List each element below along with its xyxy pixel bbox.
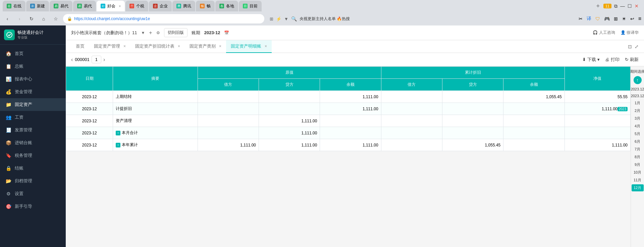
sidebar-item-payroll[interactable]: 👥工资 [0,111,66,124]
sidebar-item-tax[interactable]: 🔖税务管理 [0,149,66,162]
page-tab-fixed-asset-detail[interactable]: 固定资产明细账× [226,40,272,53]
home-button[interactable]: ⌂ [39,14,48,23]
page-tab-close-fixed-asset-mgmt[interactable]: × [123,44,126,49]
sidebar-subtitle: 专业版 [17,35,44,40]
window-minimize[interactable]: — [620,3,625,9]
col-orig-credit: 贷方 [259,79,320,91]
window-close[interactable]: ✕ [635,3,639,9]
period-item-6[interactable]: 5月 [633,130,642,137]
period-item-4[interactable]: 3月 [633,115,642,122]
sidebar-item-purchase-sales[interactable]: 📦进销台账 [0,136,66,149]
new-tab-button[interactable]: + [593,1,603,11]
forward-button[interactable]: › [15,14,24,23]
back-history-icon[interactable]: ↩ [630,16,634,21]
refresh-button[interactable]: ↻ 刷新 [625,57,639,63]
tab-fullscreen-exit[interactable]: ⊡ [628,44,632,49]
period-item-2[interactable]: 1月 [633,100,642,107]
sidebar-item-guide[interactable]: 🎯新手引导 [0,200,66,213]
menu-icon[interactable]: ≡ [638,16,641,22]
page-tab-close-fixed-asset-depr-stat[interactable]: × [178,44,180,49]
address-extra-icon1[interactable]: ⊞ [270,16,273,21]
period-item-0[interactable]: 2023.12 [630,86,644,92]
add-icon[interactable]: + [149,30,152,36]
page-tab-fixed-asset-mgmt[interactable]: 固定资产管理× [89,40,130,53]
page-tab-close-fixed-asset-detail[interactable]: × [265,44,267,49]
back-button[interactable]: ‹ [3,14,12,23]
period-item-12[interactable]: 11月 [632,177,643,184]
table-cell: 2023-12 [66,91,113,103]
period-item-11[interactable]: 10月 [632,169,643,176]
account-dropdown[interactable]: ▼ [141,30,145,35]
tab-close-haohao[interactable]: × [119,4,121,8]
sidebar-item-ledger[interactable]: 📋总账 [0,60,66,73]
address-extra-icon2[interactable]: ⚡ [276,16,281,21]
period-item-7[interactable]: 6月 [633,138,642,145]
browser-window-controls: 11 ⧉ — ☐ ✕ [603,3,641,9]
sidebar-item-settings[interactable]: ⚙设置 [0,187,66,200]
next-page-button[interactable]: › [103,57,105,63]
page-tab-fixed-asset-category[interactable]: 固定资产类别× [185,40,226,53]
translate-icon[interactable]: 译 [587,16,591,22]
download-button[interactable]: ⬇ 下载 ▾ [582,57,600,63]
browser-tab-mubiao[interactable]: 目目前 [239,1,262,11]
print-button[interactable]: 🖨 打印 [605,57,620,63]
address-dropdown[interactable]: ▼ [284,16,288,21]
bookmark-button[interactable]: ☆ [51,14,60,23]
window-maximize[interactable]: ☐ [628,3,632,9]
table-cell [198,127,259,139]
sidebar-item-funds[interactable]: 💰资金管理 [0,85,66,98]
prev-page-button[interactable]: ‹ [71,57,73,63]
period-item-9[interactable]: 8月 [633,153,642,161]
period-item-5[interactable]: 4月 [633,123,642,130]
scissors-icon[interactable]: ✂ [579,16,583,21]
refresh-button[interactable]: ↻ [27,14,36,23]
search-text[interactable]: 央视更新主持人名单 🔥热搜 [300,16,350,22]
tab-favicon-qiye: 企 [153,4,158,8]
page-tab-fixed-asset-depr-stat[interactable]: 固定资产折旧统计表× [130,40,185,53]
sidebar-item-archive[interactable]: 📂归档管理 [0,175,66,187]
sidebar-item-invoice[interactable]: 🧾发票管理 [0,124,66,136]
period-item-13[interactable]: 12月 [632,184,644,191]
page-tab-close-fixed-asset-category[interactable]: × [219,44,221,49]
table-cell [259,91,320,103]
customer-service[interactable]: 🎧 人工咨询 [593,30,615,36]
user-avatar[interactable]: 👤 徐译华 [621,30,639,36]
browser-tab-yidai2[interactable]: 易易代 [73,1,96,11]
browser-tab-gedi[interactable]: 各各地 [215,1,238,11]
sidebar-item-reports[interactable]: 📊报表中心 [0,73,66,85]
extension-icon2[interactable]: 🎮 [604,16,610,21]
settings-icon[interactable]: ⚙ [156,30,160,35]
browser-tab-geshui[interactable]: 个个税 [125,1,148,11]
window-restore[interactable]: ⧉ [614,3,618,9]
sidebar-item-fixed-assets[interactable]: 📁固定资产 [0,98,66,111]
address-input[interactable]: 🔒 https://cloud.chanjet.com/accounting/u… [63,14,264,23]
browser-tab-xin[interactable]: 新新建 [26,1,49,11]
page-tab-home[interactable]: 首页 [71,40,89,53]
scroll-up-button[interactable]: ↑ [634,76,642,84]
period-item-3[interactable]: 2月 [633,107,642,114]
browser-tab-yidai1[interactable]: 易易代 [50,1,72,11]
browser-tab-zaixian[interactable]: 在在线 [3,1,25,11]
period-item-10[interactable]: 9月 [633,161,642,168]
switch-version-button[interactable]: 切到旧版 [164,28,187,37]
browser-tab-chang[interactable]: 畅畅 [196,1,215,11]
sidebar-item-home[interactable]: 🏠首页 [0,47,66,60]
nav-label-purchase-sales: 进销台账 [15,140,32,146]
nav-label-ledger: 总账 [15,63,23,69]
browser-tab-qiye[interactable]: 企企业 [149,1,172,11]
browser-tab-haohao[interactable]: 好好会× [97,1,125,11]
browser-tab-tengxun[interactable]: 腾腾讯 [172,1,195,11]
table-cell [381,115,442,127]
main-content: 刘小艳演示账套（勿删勿动！）11 ▼ + ⚙ 切到旧版 账期 2023-12 📅… [66,25,644,247]
extension-icon1[interactable]: 🛡 [595,16,600,21]
brightness-icon[interactable]: ☀ [622,16,626,21]
period-item-1[interactable]: 2023.12 [630,93,644,99]
sidebar-item-closing[interactable]: 🔒结账 [0,162,66,175]
table-cell-net-value: 1,111.002023 [565,103,630,115]
calendar-icon[interactable]: 📅 [224,30,229,35]
tab-expand[interactable]: ⤢ [635,44,639,49]
table-cell [442,127,503,139]
download-dropdown[interactable]: ▾ [597,57,600,62]
apps-icon[interactable]: ⊞ [614,16,618,21]
period-item-8[interactable]: 7月 [633,146,642,153]
